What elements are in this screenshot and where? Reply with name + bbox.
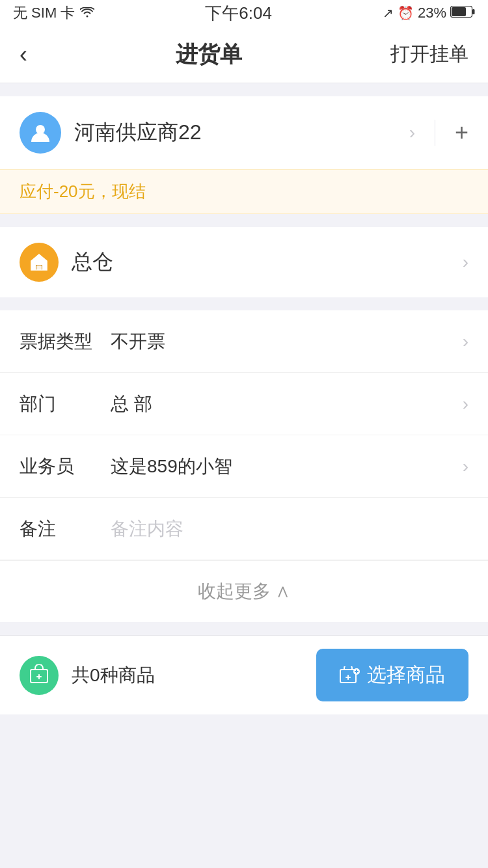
status-left: 无 SIM 卡	[13, 3, 94, 23]
remark-label: 备注	[20, 517, 98, 541]
page-title: 进货单	[176, 40, 242, 70]
invoice-type-value: 不开票	[98, 329, 456, 354]
bottom-bar: 共0种商品 选择商品	[0, 635, 488, 714]
status-time: 下午6:04	[205, 2, 272, 25]
section-gap-2	[0, 214, 488, 227]
salesperson-label: 业务员	[20, 454, 98, 479]
warehouse-name: 总仓	[72, 248, 463, 277]
supplier-divider	[435, 120, 435, 146]
status-right: ↗ ⏰ 23%	[383, 5, 475, 21]
remark-value: 备注内容	[98, 517, 468, 541]
supplier-chevron-icon: ›	[409, 122, 415, 143]
status-bar: 无 SIM 卡 下午6:04 ↗ ⏰ 23%	[0, 0, 488, 26]
supplier-card: 河南供应商22 › + 应付-20元，现结	[0, 96, 488, 214]
invoice-type-row[interactable]: 票据类型 不开票 ›	[0, 310, 488, 373]
invoice-type-label: 票据类型	[20, 329, 98, 354]
page-background	[0, 714, 488, 868]
nav-bar: ‹ 进货单 打开挂单	[0, 26, 488, 83]
svg-point-3	[36, 125, 45, 134]
svg-rect-1	[452, 7, 466, 16]
back-button[interactable]: ‹	[20, 41, 27, 68]
svg-rect-2	[472, 9, 475, 14]
department-chevron-icon: ›	[463, 394, 468, 414]
department-label: 部门	[20, 392, 98, 416]
invoice-type-chevron-icon: ›	[463, 331, 468, 352]
warehouse-chevron-icon: ›	[463, 252, 468, 273]
warehouse-icon	[20, 243, 59, 282]
add-supplier-button[interactable]: +	[455, 119, 468, 146]
remark-row[interactable]: 备注 备注内容	[0, 498, 488, 560]
alarm-icon: ⏰	[398, 5, 414, 21]
supplier-name: 河南供应商22	[74, 118, 409, 147]
open-pending-button[interactable]: 打开挂单	[390, 41, 468, 68]
section-gap-4	[0, 622, 488, 635]
product-icon	[20, 656, 59, 695]
notice-bar: 应付-20元，现结	[0, 169, 488, 214]
location-icon: ↗	[383, 5, 394, 21]
supplier-row[interactable]: 河南供应商22 › +	[0, 96, 488, 169]
warehouse-row[interactable]: 总仓 ›	[0, 227, 488, 297]
collapse-button[interactable]: 收起更多 ∧	[0, 560, 488, 622]
section-gap-3	[0, 297, 488, 310]
wifi-icon	[80, 5, 94, 21]
battery-icon	[450, 5, 475, 21]
notice-text: 应付-20元，现结	[20, 182, 146, 201]
department-row[interactable]: 部门 总 部 ›	[0, 373, 488, 435]
department-value: 总 部	[98, 392, 456, 416]
select-goods-label: 选择商品	[367, 662, 445, 688]
product-count-label: 共0种商品	[72, 663, 316, 688]
battery-label: 23%	[418, 5, 446, 21]
salesperson-row[interactable]: 业务员 这是859的小智 ›	[0, 435, 488, 498]
section-gap-1	[0, 83, 488, 96]
select-goods-button[interactable]: 选择商品	[316, 649, 468, 701]
salesperson-value: 这是859的小智	[98, 454, 456, 479]
salesperson-chevron-icon: ›	[463, 456, 468, 477]
form-card: 票据类型 不开票 › 部门 总 部 › 业务员 这是859的小智 › 备注 备注…	[0, 310, 488, 622]
warehouse-card: 总仓 ›	[0, 227, 488, 297]
supplier-avatar	[20, 112, 61, 154]
svg-rect-6	[36, 265, 42, 270]
carrier-label: 无 SIM 卡	[13, 3, 75, 23]
